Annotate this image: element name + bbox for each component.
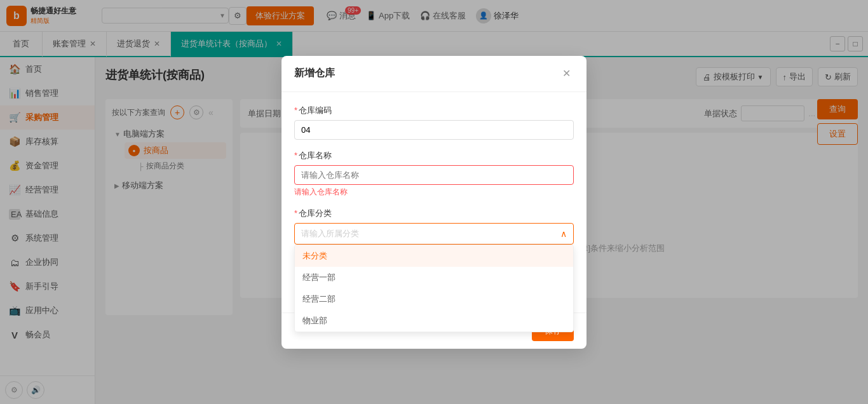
modal-overlay: 新增仓库 ✕ * 仓库编码 * 仓库名称 请输入仓库名称 (0, 0, 868, 404)
modal-title: 新增仓库 (294, 67, 335, 80)
code-input[interactable] (294, 120, 574, 140)
name-field: * 仓库名称 请输入仓库名称 (294, 150, 574, 198)
modal-close-button[interactable]: ✕ (559, 66, 574, 81)
category-required-star: * (294, 208, 297, 218)
category-field: * 仓库分类 请输入所属分类 ∧ 未分类 经营一部 经营二部 物业部 (294, 208, 574, 245)
category-dropdown: 未分类 经营一部 经营二部 物业部 (294, 245, 574, 332)
modal-body: * 仓库编码 * 仓库名称 请输入仓库名称 * 仓库分类 (281, 92, 587, 313)
category-label: * 仓库分类 (294, 208, 574, 219)
modal-header: 新增仓库 ✕ (281, 56, 587, 92)
dropdown-item-dept1[interactable]: 经营一部 (295, 267, 573, 288)
dropdown-item-dept3[interactable]: 物业部 (295, 310, 573, 332)
name-required-star: * (294, 151, 297, 160)
name-label: * 仓库名称 (294, 150, 574, 161)
category-select-wrapper: 请输入所属分类 ∧ 未分类 经营一部 经营二部 物业部 (294, 223, 574, 245)
new-warehouse-modal: 新增仓库 ✕ * 仓库编码 * 仓库名称 请输入仓库名称 (281, 56, 587, 349)
code-label: * 仓库编码 (294, 105, 574, 116)
name-input[interactable] (294, 165, 574, 185)
dropdown-item-dept2[interactable]: 经营二部 (295, 288, 573, 310)
name-error-message: 请输入仓库名称 (294, 187, 574, 198)
code-field: * 仓库编码 (294, 105, 574, 140)
dropdown-item-uncategorized[interactable]: 未分类 (295, 245, 573, 267)
select-arrow-up-icon: ∧ (560, 229, 567, 239)
code-required-star: * (294, 105, 297, 115)
category-select[interactable]: 请输入所属分类 ∧ (294, 223, 574, 245)
